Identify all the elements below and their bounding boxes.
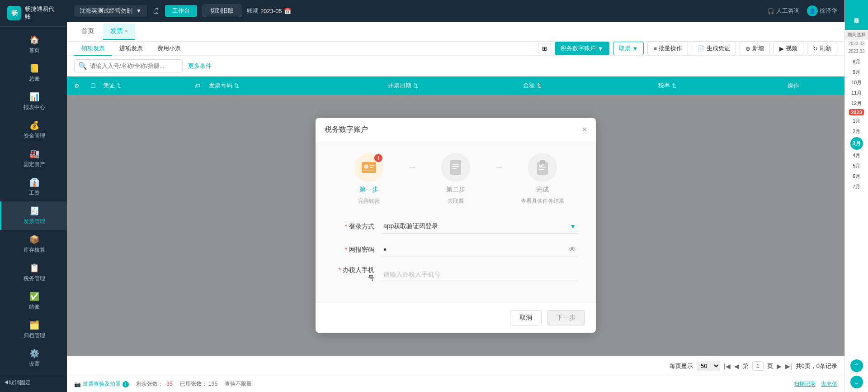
login-method-select[interactable]: app获取验证码登录 ▼: [382, 220, 578, 234]
month-9[interactable]: 9月: [853, 67, 860, 77]
page-nav-prev[interactable]: ◀: [734, 363, 739, 370]
cancel-fixed-button[interactable]: ◀取消固定: [0, 373, 67, 392]
open-period-label[interactable]: 开票日期: [845, 0, 868, 30]
calendar-icon[interactable]: 📅: [284, 8, 291, 14]
scan-records-link[interactable]: 扫描记录: [794, 380, 816, 388]
tab-home[interactable]: 首页: [74, 24, 101, 40]
grid-icon: ⊞: [542, 45, 547, 52]
month-11[interactable]: 11月: [851, 88, 862, 98]
company-selector[interactable]: 沈海英测试经营勿删 ▼: [74, 5, 147, 17]
phone-input[interactable]: [382, 268, 578, 281]
batch-operation-button[interactable]: ≡ 批量操作: [647, 42, 688, 55]
col-amount[interactable]: 金额 ⇅: [523, 81, 655, 90]
settings-col-icon[interactable]: ⚙: [74, 82, 87, 89]
tax-digital-dialog: 税务数字账户 ×: [316, 118, 596, 333]
search-input[interactable]: [90, 62, 171, 69]
page-nav-first[interactable]: |◀: [724, 363, 731, 370]
add-button[interactable]: ⊕ 新增: [740, 42, 770, 55]
checkbox-col[interactable]: ☐: [90, 82, 99, 89]
sidebar-item-home[interactable]: 🏠 首页: [0, 30, 67, 59]
month-3-selected[interactable]: 3月: [850, 137, 863, 150]
dialog-title: 税务数字账户: [325, 125, 368, 134]
more-filter-link[interactable]: 更多条件: [188, 62, 212, 70]
tab-invoice[interactable]: 发票 ×: [103, 24, 135, 40]
sidebar-item-settlement[interactable]: ✅ 结账: [0, 287, 67, 316]
sidebar-item-archive[interactable]: 🗂️ 归档管理: [0, 316, 67, 344]
user-info[interactable]: 👤 徐泽华: [807, 5, 837, 16]
subtab-sales[interactable]: 销项发票: [74, 42, 112, 56]
dialog-form: * 登录方式 app获取验证码登录 ▼ *: [334, 220, 578, 282]
subtab-toolbar: 销项发票 进项发票 费用小票 ⊞ 税务数字账户 ▼ 取票 ▼ ≡ 批量操作 📄 …: [67, 42, 844, 56]
dialog-body: ! 第一步 完善账密 →: [316, 142, 596, 302]
ledger-icon: 📒: [29, 63, 39, 73]
sidebar-item-ledger[interactable]: 📒 总账: [0, 59, 67, 87]
sidebar-logo: 畅 畅捷通易代账: [0, 0, 67, 27]
refresh-button[interactable]: ↻ 刷新: [807, 42, 837, 55]
sidebar-label-inventory: 库存核算: [24, 246, 45, 254]
phone-row: * 办税人手机号: [334, 266, 578, 282]
month-4[interactable]: 4月: [853, 151, 860, 160]
service-button[interactable]: 🎧 人工咨询: [767, 7, 800, 15]
scroll-up-button[interactable]: ⌃: [850, 359, 863, 372]
archive-icon: 🗂️: [29, 320, 39, 330]
generate-voucher-button[interactable]: 📄 生成凭证: [692, 42, 736, 55]
search-bar: 🔍 更多条件: [67, 56, 844, 76]
pagination-bar: 每页显示 50 100 |◀ ◀ 第 1 页 ▶ ▶| 共0页，0条记录: [67, 356, 844, 376]
sidebar-item-tax[interactable]: 📋 税务管理: [0, 258, 67, 287]
subtab-purchase[interactable]: 进项发票: [112, 42, 150, 56]
dialog-header: 税务数字账户 ×: [316, 118, 596, 142]
switch-version-button[interactable]: 切到旧版: [203, 5, 241, 17]
dialog-close-button[interactable]: ×: [582, 125, 587, 134]
col-invoice-number[interactable]: 发票号码 ⇅: [209, 81, 384, 90]
month-12[interactable]: 12月: [851, 99, 862, 108]
invoice-check-link[interactable]: 📷 发票查验及拍照 i: [74, 380, 129, 388]
top-header: 沈海英测试经营勿删 ▼ 🖨 工作台 切到旧版 账期 2023-05 📅 🎧 人工…: [67, 0, 844, 22]
col-tax-rate[interactable]: 税率 ⇅: [658, 81, 746, 90]
month-10[interactable]: 10月: [851, 78, 862, 87]
sidebar-item-finance[interactable]: 💰 资金管理: [0, 116, 67, 144]
svg-rect-4: [363, 170, 374, 171]
page-nav-last[interactable]: ▶|: [785, 363, 792, 370]
month-1[interactable]: 1月: [853, 116, 860, 126]
year-2023-badge[interactable]: 2023: [849, 109, 863, 115]
password-label: * 网报密码: [334, 246, 374, 254]
subtab-expense[interactable]: 费用小票: [150, 42, 188, 56]
sidebar: 畅 畅捷通易代账 🏠 首页 📒 总账 📊 报表中心 💰 资金管理 🏭 固定资产 …: [0, 0, 67, 392]
page-nav-next[interactable]: ▶: [777, 363, 782, 370]
per-page-select[interactable]: 50 100: [697, 361, 720, 371]
sidebar-item-salary[interactable]: 👔 工资: [0, 173, 67, 201]
grid-view-toggle[interactable]: ⊞: [538, 43, 551, 54]
sidebar-item-reports[interactable]: 📊 报表中心: [0, 87, 67, 116]
workspace-button[interactable]: 工作台: [165, 5, 197, 17]
scroll-down-button[interactable]: ⌄: [850, 376, 863, 388]
cancel-button[interactable]: 取消: [510, 310, 542, 325]
month-6[interactable]: 6月: [853, 172, 860, 181]
month-2[interactable]: 2月: [853, 127, 860, 136]
page-number-input[interactable]: 1: [752, 361, 764, 371]
tab-close-icon[interactable]: ×: [125, 28, 128, 34]
svg-rect-3: [370, 167, 373, 168]
eye-icon[interactable]: 👁: [569, 246, 576, 254]
col-voucher[interactable]: 凭证 ⇅: [103, 81, 191, 90]
finance-icon: 💰: [29, 120, 39, 130]
print-icon[interactable]: 🖨: [152, 7, 160, 15]
cancel-fixed-label: ◀取消固定: [4, 379, 31, 387]
month-7[interactable]: 7月: [853, 182, 860, 191]
month-8[interactable]: 8月: [853, 57, 860, 67]
fetch-ticket-button[interactable]: 取票 ▼: [613, 42, 644, 55]
sidebar-item-invoice[interactable]: 🧾 发票管理: [0, 201, 67, 230]
recharge-link[interactable]: 去充值: [821, 380, 837, 388]
sidebar-item-inventory[interactable]: 📦 库存核算: [0, 230, 67, 258]
invoice-check-icon: 📷: [74, 381, 81, 387]
next-button[interactable]: 下一步: [547, 310, 585, 325]
search-input-wrap[interactable]: 🔍: [74, 59, 183, 72]
sidebar-item-assets[interactable]: 🏭 固定资产: [0, 144, 67, 173]
video-button[interactable]: ▶ 视频: [774, 42, 803, 55]
sidebar-item-settings[interactable]: ⚙️ 设置: [0, 344, 67, 373]
sidebar-label-settlement: 结账: [29, 303, 40, 311]
remaining-label: 剩余张数： -35: [136, 380, 173, 388]
user-avatar-icon: 👤: [807, 5, 818, 16]
col-date[interactable]: 开票日期 ⇅: [388, 81, 519, 90]
month-5[interactable]: 5月: [853, 161, 860, 171]
tax-digital-account-button[interactable]: 税务数字账户 ▼: [555, 42, 609, 55]
